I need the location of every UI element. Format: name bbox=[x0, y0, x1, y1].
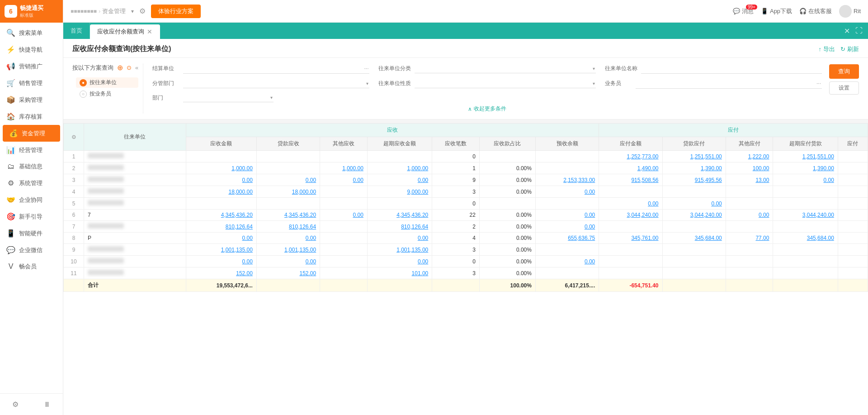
cell-ap_overdue[interactable]: 1,251,551.00 bbox=[773, 151, 838, 162]
add-scheme-icon[interactable]: ⊕ bbox=[117, 63, 123, 72]
link-ar_overdue[interactable]: 810,126.64 bbox=[401, 224, 428, 230]
sidebar-item-wechat[interactable]: 💬企业微信 bbox=[0, 242, 63, 258]
link-ar_amount[interactable]: 0.00 bbox=[242, 177, 253, 183]
filter-input-division[interactable]: ▾ bbox=[183, 93, 274, 102]
sidebar-item-basic[interactable]: 🗂基础信息 bbox=[0, 158, 63, 175]
filter-input-settlement[interactable]: ··· bbox=[183, 63, 369, 74]
cell-ar_overdue[interactable]: 9,000.00 bbox=[367, 186, 432, 198]
link-ar_loan[interactable]: 152.00 bbox=[299, 270, 316, 277]
filter-collapse-btn[interactable]: ∧ 收起更多条件 bbox=[152, 102, 822, 114]
link-ar_loan[interactable]: 0.00 bbox=[306, 235, 316, 241]
cell-ar_overdue[interactable]: 0.00 bbox=[367, 174, 432, 186]
filter-option-by-employee[interactable]: ○按业务员 bbox=[76, 89, 138, 99]
cell-ap_amount[interactable]: 1,252,773.00 bbox=[599, 151, 662, 162]
cell-ar_overdue[interactable]: 0.00 bbox=[367, 233, 432, 244]
link-ap_loan[interactable]: 3,044,240.00 bbox=[690, 212, 722, 218]
user-avatar-area[interactable]: Rit bbox=[839, 5, 861, 18]
link-ar_prepay[interactable]: 2,153,333.00 bbox=[563, 177, 595, 183]
sidebar-item-sales[interactable]: 🛒销售管理 bbox=[0, 75, 63, 91]
cell-ar_prepay[interactable]: 0.00 bbox=[535, 210, 599, 221]
cell-ap_other[interactable]: 100.00 bbox=[726, 162, 773, 174]
sidebar-item-finance[interactable]: 💰资金管理 bbox=[3, 125, 60, 142]
sidebar-item-system[interactable]: ⚙系统管理 bbox=[0, 175, 63, 191]
cell-ar_loan[interactable]: 18,000.00 bbox=[256, 186, 320, 198]
cell-ar_amount[interactable]: 810,126.64 bbox=[186, 221, 256, 233]
settings-btn[interactable]: 设置 bbox=[829, 81, 859, 95]
query-btn[interactable]: 查询 bbox=[829, 64, 859, 79]
link-ar_overdue[interactable]: 4,345,436.20 bbox=[396, 212, 428, 218]
cell-ar_other[interactable]: 0.00 bbox=[320, 174, 368, 186]
link-ap_overdue[interactable]: 345,684.00 bbox=[807, 235, 834, 241]
cell-ap_loan[interactable]: 1,390.00 bbox=[662, 162, 726, 174]
cell-ap_loan[interactable]: 345,684.00 bbox=[662, 233, 726, 244]
cell-partner[interactable]: P bbox=[84, 233, 186, 244]
tabbar-expand-icon[interactable]: ⛶ bbox=[855, 27, 863, 35]
cell-ap_loan[interactable]: 1,251,551.00 bbox=[662, 151, 726, 162]
cell-ar_prepay[interactable]: 0.00 bbox=[535, 256, 599, 267]
cell-ar_amount[interactable]: 18,000.00 bbox=[186, 186, 256, 198]
topbar-gear-icon[interactable]: ⚙ bbox=[139, 7, 146, 15]
link-ar_prepay[interactable]: 0.00 bbox=[585, 258, 595, 265]
link-ar_amount[interactable]: 18,000.00 bbox=[229, 189, 253, 195]
tabbar-close-icon[interactable]: ✕ bbox=[844, 27, 850, 35]
link-ar_loan[interactable]: 18,000.00 bbox=[292, 189, 316, 195]
refresh-btn[interactable]: ↻ 刷新 bbox=[840, 45, 859, 53]
sidebar-item-inventory[interactable]: 🏠库存核算 bbox=[0, 108, 63, 125]
tab-close-icon[interactable]: ✕ bbox=[147, 28, 152, 35]
link-ap_amount[interactable]: 345,761.00 bbox=[631, 235, 658, 241]
cell-ar_overdue[interactable]: 1,001,135.00 bbox=[367, 244, 432, 256]
filter-input-unitname[interactable] bbox=[641, 63, 822, 74]
cell-ar_overdue[interactable]: 4,345,436.20 bbox=[367, 210, 432, 221]
link-ap_other[interactable]: 0.00 bbox=[759, 212, 769, 218]
link-ap_other[interactable]: 1,222.00 bbox=[748, 153, 769, 160]
link-ar_overdue[interactable]: 1,001,135.00 bbox=[396, 247, 428, 253]
link-ar_overdue[interactable]: 0.00 bbox=[418, 177, 428, 183]
link-ar_loan[interactable]: 4,345,436.20 bbox=[284, 212, 316, 218]
cell-ap_other[interactable]: 13.00 bbox=[726, 174, 773, 186]
app-download-btn[interactable]: 📱 App下载 bbox=[761, 7, 792, 15]
cell-ar_other[interactable]: 0.00 bbox=[320, 210, 368, 221]
link-ap_loan[interactable]: 345,684.00 bbox=[695, 235, 722, 241]
sidebar-item-operations[interactable]: 📊经营管理 bbox=[0, 142, 63, 158]
cell-ap_amount[interactable]: 345,761.00 bbox=[599, 233, 662, 244]
cell-ar_overdue[interactable]: 101.00 bbox=[367, 267, 432, 279]
filter-input-dept[interactable]: ▾ bbox=[183, 79, 369, 88]
sidebar-item-quicknav[interactable]: ⚡快捷导航 bbox=[0, 41, 63, 58]
filter-input-salesperson[interactable]: ··· bbox=[636, 78, 822, 89]
link-ar_loan[interactable]: 1,001,135.00 bbox=[284, 247, 316, 253]
cell-ap_other[interactable]: 1,222.00 bbox=[726, 151, 773, 162]
th-settings[interactable]: ⚙ bbox=[64, 124, 84, 151]
link-ar_prepay[interactable]: 655,636.75 bbox=[568, 235, 595, 241]
link-ar_overdue[interactable]: 9,000.00 bbox=[407, 189, 429, 195]
link-ar_amount[interactable]: 1,001,135.00 bbox=[221, 247, 253, 253]
link-ar_overdue[interactable]: 0.00 bbox=[418, 235, 428, 241]
link-ap_other[interactable]: 77.00 bbox=[755, 235, 769, 241]
cell-ap_amount[interactable]: 915,508.56 bbox=[599, 174, 662, 186]
industry-btn[interactable]: 体验行业方案 bbox=[151, 5, 201, 18]
edit-scheme-icon[interactable]: ⊙ bbox=[127, 64, 132, 71]
cell-ap_loan[interactable]: 0.00 bbox=[662, 198, 726, 210]
link-ap_amount[interactable]: 1,252,773.00 bbox=[627, 153, 658, 160]
cell-ar_prepay[interactable]: 655,636.75 bbox=[535, 233, 599, 244]
cell-ap_loan[interactable]: 3,044,240.00 bbox=[662, 210, 726, 221]
cell-ar_amount[interactable]: 0.00 bbox=[186, 174, 256, 186]
cell-ar_other[interactable]: 1,000.00 bbox=[320, 162, 368, 174]
cell-ap_amount[interactable]: 3,044,240.00 bbox=[599, 210, 662, 221]
cell-ar_amount[interactable]: 1,000.00 bbox=[186, 162, 256, 174]
link-ap_overdue[interactable]: 3,044,240.00 bbox=[802, 212, 834, 218]
notification-btn[interactable]: 💬 消息 99+ bbox=[733, 7, 754, 15]
cell-ar_loan[interactable]: 1,001,135.00 bbox=[256, 244, 320, 256]
link-ap_overdue[interactable]: 0.00 bbox=[823, 177, 834, 183]
link-ar_overdue[interactable]: 1,000.00 bbox=[407, 165, 429, 172]
filter-dots-settlement[interactable]: ··· bbox=[364, 65, 368, 72]
link-ar_amount[interactable]: 0.00 bbox=[242, 235, 253, 241]
cell-ap_other[interactable]: 77.00 bbox=[726, 233, 773, 244]
cell-ar_amount[interactable]: 4,345,436.20 bbox=[186, 210, 256, 221]
sidebar-item-marketing[interactable]: 📢营销推广 bbox=[0, 58, 63, 75]
link-ap_overdue[interactable]: 1,251,551.00 bbox=[802, 153, 834, 160]
link-ap_overdue[interactable]: 1,390.00 bbox=[813, 165, 834, 172]
link-ar_prepay[interactable]: 0.00 bbox=[585, 189, 595, 195]
cell-ar_loan[interactable]: 0.00 bbox=[256, 233, 320, 244]
link-ar_other[interactable]: 0.00 bbox=[353, 212, 363, 218]
link-ap_amount[interactable]: 0.00 bbox=[648, 200, 658, 207]
